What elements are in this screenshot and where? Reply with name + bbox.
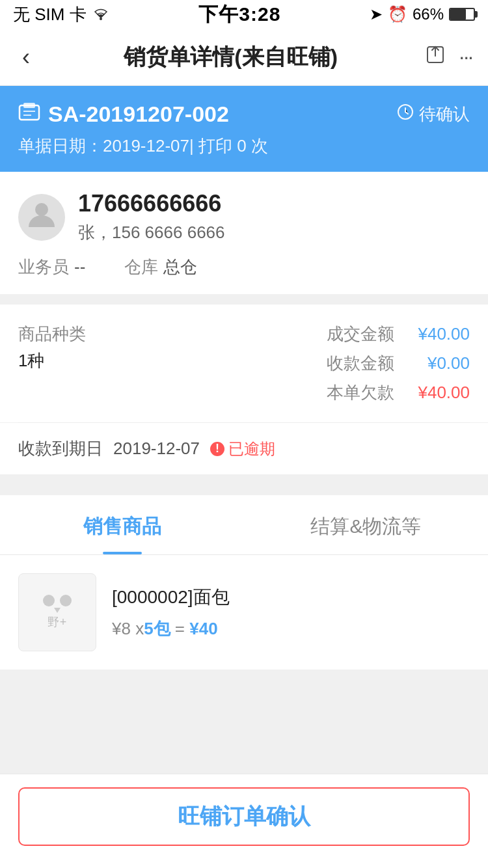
page-title: 销货单详情(来自旺铺)	[124, 42, 338, 72]
nav-bar: ‹ 销货单详情(来自旺铺) ···	[0, 29, 488, 86]
customer-info: 17666666666 张，156 6666 6666	[78, 190, 225, 244]
status-left: 无 SIM 卡	[13, 3, 110, 26]
deal-amount-label: 成交金额	[327, 323, 394, 346]
overdue-text: 已逾期	[228, 439, 275, 459]
carrier-text: 无 SIM 卡	[13, 3, 87, 26]
overdue-icon: !	[210, 442, 224, 456]
order-id: SA-20191207-002	[18, 102, 229, 127]
status-right: ➤ ⏰ 66%	[370, 5, 475, 23]
battery-percent: 66%	[413, 5, 444, 23]
product-name: [0000002]面包	[112, 585, 470, 610]
bottom-bar: 旺铺订单确认	[0, 774, 488, 868]
received-value: ¥0.00	[405, 353, 470, 373]
product-price: ¥8 x	[112, 619, 144, 638]
customer-phone: 17666666666	[78, 190, 225, 217]
warehouse-value: 总仓	[163, 256, 197, 278]
warehouse-meta: 仓库 总仓	[124, 256, 197, 278]
owl-left-eye	[43, 595, 55, 606]
order-header: SA-20191207-002 待确认 单据日期：2019-12-07| 打印 …	[0, 86, 488, 172]
equals-sign: =	[170, 619, 190, 638]
product-qty: 5包	[144, 619, 170, 638]
svg-rect-3	[23, 103, 35, 108]
svg-point-0	[100, 18, 102, 20]
summary-card: 商品种类 1种 成交金额 ¥40.00 收款金额 ¥0.00 本单欠款 ¥40.…	[0, 305, 488, 422]
due-date-label: 收款到期日	[18, 437, 103, 460]
avatar-icon	[25, 198, 58, 237]
share-button[interactable]	[425, 44, 446, 70]
order-date-row: 单据日期：2019-12-07| 打印 0 次	[18, 135, 470, 157]
avatar	[18, 194, 65, 241]
product-list: 野+ [0000002]面包 ¥8 x5包 = ¥40	[0, 555, 488, 670]
status-text: 待确认	[419, 103, 470, 126]
battery-icon	[449, 8, 475, 21]
sales-meta: 业务员 --	[18, 256, 85, 278]
divider-1	[0, 294, 488, 305]
wifi-icon	[92, 5, 110, 25]
customer-card: 17666666666 张，156 6666 6666 业务员 -- 仓库 总仓	[0, 172, 488, 294]
print-label: | 打印 0 次	[189, 136, 268, 156]
sales-label: 业务员	[18, 256, 69, 278]
divider-2	[0, 474, 488, 485]
more-button[interactable]: ···	[459, 45, 472, 69]
date-label: 单据日期：	[18, 136, 103, 156]
customer-row: 17666666666 张，156 6666 6666	[18, 190, 470, 244]
svg-point-7	[35, 203, 48, 216]
owl-right-eye	[60, 595, 72, 606]
brand-logo: 野+	[43, 595, 72, 630]
order-status: 待确认	[397, 103, 470, 126]
tab-settlement[interactable]: 结算&物流等	[244, 495, 488, 554]
tab-sales-products[interactable]: 销售商品	[0, 495, 244, 554]
product-price-row: ¥8 x5包 = ¥40	[112, 617, 470, 640]
table-row: 野+ [0000002]面包 ¥8 x5包 = ¥40	[0, 555, 488, 670]
order-icon	[18, 103, 40, 126]
status-time: 下午3:28	[198, 1, 280, 28]
owl-eyes	[43, 595, 72, 606]
deal-amount-value: ¥40.00	[405, 324, 470, 344]
summary-left: 商品种类 1种	[18, 323, 86, 372]
customer-name: 张，156 6666 6666	[78, 221, 225, 244]
status-bar: 无 SIM 卡 下午3:28 ➤ ⏰ 66%	[0, 0, 488, 29]
nav-actions: ···	[425, 44, 472, 70]
alarm-icon: ⏰	[388, 5, 407, 23]
category-value: 1种	[18, 349, 86, 372]
balance-row: 本单欠款 ¥40.00	[327, 381, 470, 404]
back-button[interactable]: ‹	[16, 37, 36, 77]
clock-icon	[397, 103, 414, 125]
order-date: 2019-12-07	[103, 136, 189, 156]
balance-value: ¥40.00	[405, 383, 470, 403]
received-row: 收款金额 ¥0.00	[327, 352, 470, 375]
confirm-order-button[interactable]: 旺铺订单确认	[18, 787, 470, 846]
product-thumbnail: 野+	[18, 573, 96, 651]
owl-beak	[54, 608, 61, 613]
due-date-row: 收款到期日 2019-12-07 ! 已逾期	[0, 423, 488, 474]
summary-right: 成交金额 ¥40.00 收款金额 ¥0.00 本单欠款 ¥40.00	[327, 323, 470, 404]
due-date-value: 2019-12-07	[113, 439, 200, 459]
warehouse-label: 仓库	[124, 256, 158, 278]
product-total: ¥40	[189, 619, 217, 638]
overdue-badge: ! 已逾期	[210, 439, 275, 459]
tabs-bar: 销售商品 结算&物流等	[0, 495, 488, 555]
customer-meta: 业务员 -- 仓库 总仓	[18, 256, 470, 278]
location-icon: ➤	[370, 5, 383, 23]
category-label: 商品种类	[18, 323, 86, 346]
received-label: 收款金额	[327, 352, 394, 375]
deal-amount-row: 成交金额 ¥40.00	[327, 323, 470, 346]
balance-label: 本单欠款	[327, 381, 394, 404]
sales-value: --	[74, 257, 85, 277]
owl-text: 野+	[47, 614, 68, 630]
order-id-text: SA-20191207-002	[48, 102, 229, 127]
product-info: [0000002]面包 ¥8 x5包 = ¥40	[112, 585, 470, 640]
